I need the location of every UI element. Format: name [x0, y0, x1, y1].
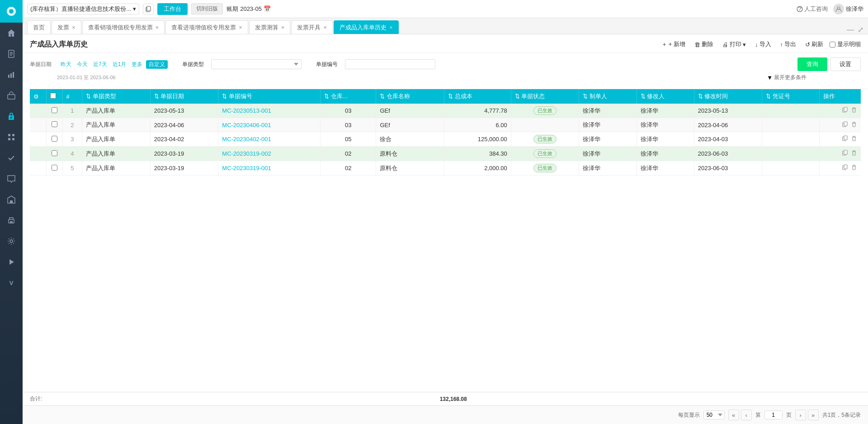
row-checkbox[interactable] — [52, 136, 57, 142]
row-delete-icon[interactable] — [851, 121, 857, 129]
doc-number-link[interactable]: MC-20230319-002 — [222, 150, 271, 157]
th-creator[interactable]: ⇅ 制单人 — [579, 89, 637, 104]
tab-issue[interactable]: 发票开具 × — [291, 20, 333, 34]
tab-history-close[interactable]: × — [389, 24, 393, 31]
date-yesterday-btn[interactable]: 昨天 — [59, 60, 73, 69]
td-checkbox[interactable] — [46, 118, 62, 132]
td-checkbox[interactable] — [46, 161, 62, 176]
td-number[interactable]: MC-20230319-001 — [218, 161, 321, 176]
date-custom-btn[interactable]: 自定义 — [146, 60, 168, 69]
th-settings[interactable]: ⚙ — [30, 89, 46, 104]
th-type[interactable]: ⇅ 单据类型 — [82, 89, 151, 104]
new-button[interactable]: ＋ + 新增 — [659, 39, 688, 50]
row-delete-icon[interactable] — [851, 135, 857, 143]
company-selector[interactable]: (库存核算）直播轻捷通信息技术股份... ▾ — [27, 4, 139, 14]
row-edit-icon[interactable] — [842, 107, 848, 114]
row-edit-icon[interactable] — [842, 135, 848, 143]
tab-purchase-vat-close[interactable]: × — [239, 24, 242, 31]
td-number[interactable]: MC-20230406-001 — [218, 118, 321, 132]
tab-minimize-button[interactable]: — — [847, 26, 854, 34]
tab-calc[interactable]: 发票测算 × — [249, 20, 291, 34]
doc-number-link[interactable]: MC-20230406-001 — [222, 122, 271, 129]
show-detail-checkbox-label[interactable]: 显示明细 — [830, 40, 861, 48]
th-voucher[interactable]: ⇅ 凭证号 — [762, 89, 820, 104]
row-checkbox[interactable] — [52, 150, 57, 156]
sidebar-item-video[interactable] — [0, 252, 23, 272]
doc-number-link[interactable]: MC-20230319-001 — [222, 165, 271, 172]
show-detail-checkbox[interactable] — [830, 42, 835, 48]
doc-number-link[interactable]: MC-20230513-001 — [222, 107, 271, 114]
date-1month-btn[interactable]: 近1月 — [111, 60, 128, 69]
td-number[interactable]: MC-20230402-001 — [218, 132, 321, 147]
page-number-input[interactable] — [764, 410, 783, 419]
td-number[interactable]: MC-20230319-002 — [218, 147, 321, 161]
row-delete-icon[interactable] — [851, 164, 857, 172]
refresh-button[interactable]: ↺ 刷新 — [802, 39, 826, 50]
th-number[interactable]: ⇅ 单据编号 — [218, 89, 321, 104]
next-page-button[interactable]: › — [795, 410, 806, 420]
tab-invoice[interactable]: 发票 × — [52, 20, 81, 34]
row-checkbox[interactable] — [52, 165, 57, 171]
sidebar-item-print[interactable] — [0, 210, 23, 231]
sidebar-item-home[interactable] — [0, 23, 23, 43]
workbench-button[interactable]: 工作台 — [157, 3, 188, 15]
row-delete-icon[interactable] — [851, 107, 857, 114]
sidebar-item-lock[interactable] — [0, 106, 23, 127]
tab-maximize-button[interactable]: ⤢ — [858, 25, 863, 34]
row-checkbox[interactable] — [52, 107, 57, 113]
tab-sales-vat[interactable]: 查看销项增值税专用发票 × — [82, 20, 165, 34]
help-button[interactable]: ? 人工咨询 — [797, 5, 828, 13]
date-more-btn[interactable]: 更多 — [130, 60, 144, 69]
select-all-checkbox[interactable] — [50, 93, 56, 99]
sidebar-item-inventory[interactable] — [0, 85, 23, 106]
per-page-select[interactable]: 20 50 100 200 — [703, 410, 725, 419]
sidebar-item-chart[interactable] — [0, 64, 23, 85]
th-checkbox[interactable] — [46, 89, 62, 104]
user-menu[interactable]: 徐泽华 — [833, 4, 863, 14]
sidebar-item-warehouse[interactable] — [0, 189, 23, 210]
td-checkbox[interactable] — [46, 147, 62, 161]
th-modify-time[interactable]: ⇅ 修改时间 — [694, 89, 762, 104]
doc-copy-button[interactable] — [143, 4, 154, 14]
sidebar-item-version[interactable]: V — [0, 272, 23, 293]
th-warehouse-name[interactable]: ⇅ 仓库名称 — [376, 89, 444, 104]
last-page-button[interactable]: » — [808, 410, 819, 420]
th-warehouse-code[interactable]: ⇅ 仓库... — [321, 89, 376, 104]
tab-history[interactable]: 产成品入库单历史 × — [334, 20, 399, 34]
tab-sales-vat-close[interactable]: × — [156, 24, 159, 31]
import-button[interactable]: ↓ 导入 — [752, 39, 774, 50]
th-total-cost[interactable]: ⇅ 总成本 — [444, 89, 511, 104]
tab-calc-close[interactable]: × — [281, 24, 285, 31]
date-today-btn[interactable]: 今天 — [75, 60, 90, 69]
row-edit-icon[interactable] — [842, 150, 848, 157]
sidebar-item-document[interactable] — [0, 43, 23, 64]
th-date[interactable]: ⇅ 单据日期 — [150, 89, 218, 104]
doc-number-link[interactable]: MC-20230402-001 — [222, 136, 271, 143]
date-7days-btn[interactable]: 近7天 — [91, 60, 109, 69]
tab-issue-close[interactable]: × — [323, 24, 327, 31]
row-checkbox[interactable] — [52, 121, 57, 127]
type-filter-select[interactable] — [211, 59, 302, 69]
th-status[interactable]: ⇅ 单据状态 — [511, 89, 579, 104]
delete-button[interactable]: 🗑 删除 — [692, 39, 716, 50]
calendar-icon[interactable]: 📅 — [264, 5, 271, 12]
tab-invoice-close[interactable]: × — [72, 24, 75, 31]
td-number[interactable]: MC-20230513-001 — [218, 104, 321, 118]
row-edit-icon[interactable] — [842, 121, 848, 129]
old-version-button[interactable]: 切到旧版 — [191, 3, 223, 14]
sidebar-item-message[interactable] — [0, 168, 23, 189]
row-delete-icon[interactable] — [851, 150, 857, 157]
reset-button[interactable]: 设置 — [830, 57, 861, 71]
sidebar-item-settings[interactable] — [0, 231, 23, 252]
sidebar-item-tasks[interactable] — [0, 148, 23, 168]
query-button[interactable]: 查询 — [797, 57, 827, 71]
first-page-button[interactable]: « — [728, 410, 739, 420]
td-checkbox[interactable] — [46, 132, 62, 147]
number-filter-input[interactable] — [345, 59, 435, 69]
row-edit-icon[interactable] — [842, 164, 848, 172]
prev-page-button[interactable]: ‹ — [741, 410, 752, 420]
export-button[interactable]: ↑ 导出 — [778, 39, 799, 50]
tab-purchase-vat[interactable]: 查看进项增值税专用发票 × — [165, 20, 248, 34]
tab-home[interactable]: 首页 — [27, 20, 51, 34]
expand-filter-btn[interactable]: ▼ 展开更多条件 — [767, 74, 807, 81]
